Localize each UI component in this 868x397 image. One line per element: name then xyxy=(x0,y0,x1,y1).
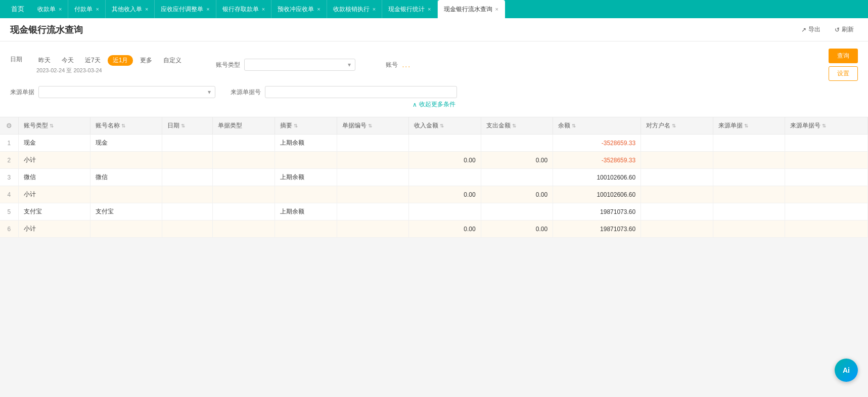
nav-tab-label: 现金银行流水查询 xyxy=(444,5,492,14)
account-dots-button[interactable]: ... xyxy=(402,61,411,69)
date-option-今天[interactable]: 今天 xyxy=(58,55,78,66)
cell-source-doc xyxy=(713,203,785,220)
gear-icon[interactable]: ⚙ xyxy=(6,122,12,129)
col-income: 收入金额⇅ xyxy=(409,117,481,135)
close-tab-icon[interactable]: × xyxy=(373,6,376,12)
page-title: 现金银行流水查询 xyxy=(10,24,83,36)
cell-expend xyxy=(481,135,553,152)
collapse-bar[interactable]: ∧ 收起更多条件 xyxy=(10,98,858,110)
export-button[interactable]: ↗ 导出 xyxy=(797,23,825,36)
table-row: 1 现金 现金 上期余额 -3528659.33 xyxy=(0,135,868,152)
sort-icon-summary: ⇅ xyxy=(294,123,298,128)
close-tab-icon[interactable]: × xyxy=(96,6,99,12)
refresh-button[interactable]: ↺ 刷新 xyxy=(831,23,858,36)
col-expend: 支出金额⇅ xyxy=(481,117,553,135)
cell-source-doc xyxy=(713,152,785,169)
sort-icon-source-doc: ⇅ xyxy=(744,123,748,128)
source-doc-chevron-icon: ▾ xyxy=(208,89,211,96)
nav-tab-label: 银行存取款单 xyxy=(222,5,259,14)
top-nav: 首页 收款单×付款单×其他收入单×应收应付调整单×银行存取款单×预收冲应收单×收… xyxy=(0,0,868,18)
cell-summary xyxy=(275,220,337,238)
cell-expend: 0.00 xyxy=(481,220,553,238)
nav-tab-其他收入单[interactable]: 其他收入单× xyxy=(106,0,155,18)
nav-tab-预收冲应收单[interactable]: 预收冲应收单× xyxy=(271,0,327,18)
cell-account-name xyxy=(90,152,162,169)
sort-icon-account-name: ⇅ xyxy=(121,123,125,128)
refresh-icon: ↺ xyxy=(835,26,840,33)
cell-source-doc-no xyxy=(785,220,868,238)
filter-row-source: 来源单据 ▾ 来源单据号 xyxy=(10,86,858,98)
cell-counterparty xyxy=(641,152,713,169)
nav-tab-收款核销执行[interactable]: 收款核销执行× xyxy=(327,0,382,18)
cell-balance: -3528659.33 xyxy=(553,135,641,152)
filter-area: 日期 昨天今天近7天近1月更多自定义 2023-02-24 至 2023-03-… xyxy=(0,41,868,117)
col-counterparty: 对方户名⇅ xyxy=(641,117,713,135)
source-doc-select[interactable]: ▾ xyxy=(38,86,215,98)
cell-summary xyxy=(275,152,337,169)
account-type-select[interactable]: ▾ xyxy=(244,59,355,71)
cell-balance: 19871073.60 xyxy=(553,220,641,238)
cell-source-doc xyxy=(713,186,785,203)
sort-icon-source-doc-no: ⇅ xyxy=(822,123,826,128)
cell-income: 0.00 xyxy=(409,152,481,169)
col-doc-type: 单据类型 xyxy=(213,117,275,135)
header-actions: ↗ 导出 ↺ 刷新 xyxy=(797,23,858,36)
source-doc-label: 来源单据 xyxy=(10,88,34,97)
cell-expend xyxy=(481,203,553,220)
close-tab-icon[interactable]: × xyxy=(262,6,265,12)
table-body: 1 现金 现金 上期余额 -3528659.33 2 小计 0.00 0.00 … xyxy=(0,135,868,238)
cell-date xyxy=(162,135,213,152)
sort-icon-account-type: ⇅ xyxy=(50,123,54,128)
date-option-更多[interactable]: 更多 xyxy=(136,55,156,66)
nav-tab-label: 付款单 xyxy=(74,5,93,14)
cell-account-name: 微信 xyxy=(90,169,162,186)
cell-source-doc-no xyxy=(785,152,868,169)
cell-income: 0.00 xyxy=(409,186,481,203)
table-row: 5 支付宝 支付宝 上期余额 19871073.60 xyxy=(0,203,868,220)
cell-counterparty xyxy=(641,135,713,152)
query-button[interactable]: 查询 xyxy=(829,49,858,63)
date-option-自定义[interactable]: 自定义 xyxy=(159,55,186,66)
nav-tab-现金银行统计[interactable]: 现金银行统计× xyxy=(382,0,437,18)
cell-source-doc xyxy=(713,169,785,186)
sort-icon-counterparty: ⇅ xyxy=(672,123,676,128)
close-tab-icon[interactable]: × xyxy=(495,6,498,12)
close-tab-icon[interactable]: × xyxy=(428,6,431,12)
close-tab-icon[interactable]: × xyxy=(206,6,209,12)
cell-income xyxy=(409,135,481,152)
cell-date xyxy=(162,169,213,186)
date-option-近7天[interactable]: 近7天 xyxy=(81,55,105,66)
date-option-近1月[interactable]: 近1月 xyxy=(108,55,133,66)
nav-tab-付款单[interactable]: 付款单× xyxy=(68,0,105,18)
cell-summary: 上期余额 xyxy=(275,203,337,220)
close-tab-icon[interactable]: × xyxy=(317,6,320,12)
cell-account-name: 现金 xyxy=(90,135,162,152)
source-doc-num-input[interactable] xyxy=(265,86,457,98)
page-header: 现金银行流水查询 ↗ 导出 ↺ 刷新 xyxy=(0,18,868,41)
cell-doc-type xyxy=(213,152,275,169)
cell-doc-type xyxy=(213,203,275,220)
close-tab-icon[interactable]: × xyxy=(145,6,148,12)
filter-row-date: 日期 昨天今天近7天近1月更多自定义 2023-02-24 至 2023-03-… xyxy=(10,49,858,81)
nav-tab-应收应付调整单[interactable]: 应收应付调整单× xyxy=(155,0,216,18)
col-account-name: 账号名称⇅ xyxy=(90,117,162,135)
cell-income: 0.00 xyxy=(409,220,481,238)
nav-tab-银行存取款单[interactable]: 银行存取款单× xyxy=(216,0,271,18)
cell-account-type: 小计 xyxy=(18,152,90,169)
cell-doc-type xyxy=(213,220,275,238)
nav-tab-收款单[interactable]: 收款单× xyxy=(31,0,68,18)
nav-home[interactable]: 首页 xyxy=(4,5,31,14)
refresh-label: 刷新 xyxy=(842,25,854,34)
setting-button[interactable]: 设置 xyxy=(829,66,858,81)
date-option-昨天[interactable]: 昨天 xyxy=(34,55,55,66)
col-summary: 摘要⇅ xyxy=(275,117,337,135)
close-tab-icon[interactable]: × xyxy=(59,6,62,12)
table-row: 3 微信 微信 上期余额 100102606.60 xyxy=(0,169,868,186)
col-date: 日期⇅ xyxy=(162,117,213,135)
cell-doc-no xyxy=(337,203,408,220)
row-num: 4 xyxy=(0,186,18,203)
cell-counterparty xyxy=(641,203,713,220)
nav-tab-现金银行流水查询[interactable]: 现金银行流水查询× xyxy=(438,0,505,18)
cell-date xyxy=(162,152,213,169)
nav-tab-label: 收款单 xyxy=(37,5,56,14)
